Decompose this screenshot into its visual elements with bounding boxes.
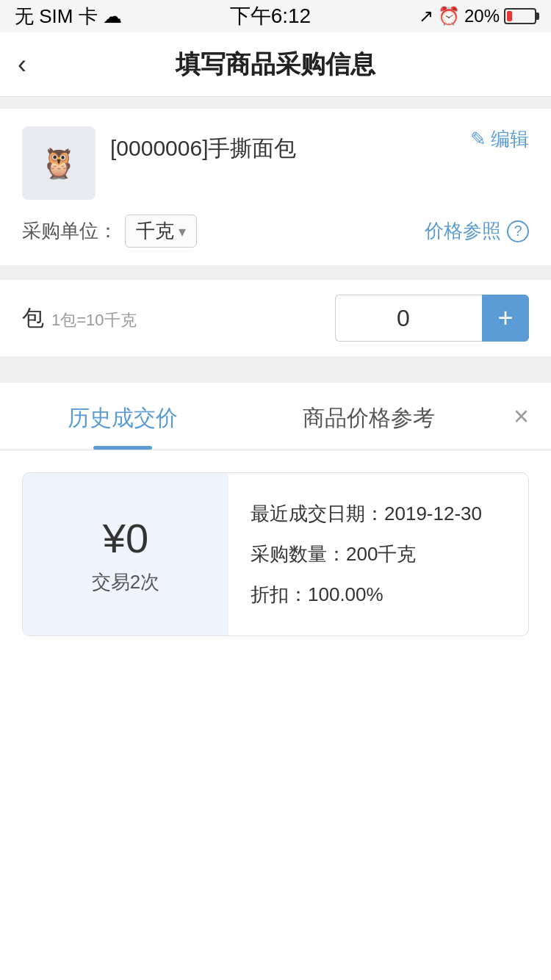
no-sim-label: 无 SIM 卡 ☁ — [15, 4, 122, 29]
status-bar: 无 SIM 卡 ☁ 下午6:12 ↗ ⏰ 20% — [0, 0, 551, 32]
product-thumb-icon: 🦉 — [40, 146, 77, 181]
tab-product-price-ref[interactable]: 商品价格参考 — [245, 383, 491, 450]
edit-label: 编辑 — [491, 126, 529, 152]
battery-percent: 20% — [464, 6, 500, 26]
unit-value: 千克 — [136, 218, 174, 244]
status-time: 下午6:12 — [230, 2, 311, 30]
price-ref-label: 价格参照 — [425, 218, 501, 244]
purchase-qty-label: 采购数量： — [251, 543, 346, 565]
alarm-icon: ⏰ — [438, 6, 460, 26]
quantity-plus-button[interactable]: + — [482, 295, 529, 342]
quantity-unit-main: 包 — [22, 303, 44, 334]
tab-history-price[interactable]: 历史成交价 — [0, 383, 245, 450]
product-left: 🦉 [0000006]手撕面包 — [22, 126, 296, 200]
product-card: 🦉 [0000006]手撕面包 ✎ 编辑 采购单位： 千克 ▾ 价格参照 ? — [0, 109, 551, 265]
price-reference-button[interactable]: 价格参照 ? — [425, 218, 529, 244]
tabs-panel: 历史成交价 商品价格参考 × ¥0 交易2次 最近成交日期：2019-12-30… — [0, 383, 551, 658]
recent-date-row: 最近成交日期：2019-12-30 — [251, 500, 506, 528]
product-unit-row: 采购单位： 千克 ▾ 价格参照 ? — [22, 215, 529, 248]
quantity-row: 包 1包=10千克 + — [0, 280, 551, 356]
edit-button[interactable]: ✎ 编辑 — [470, 126, 529, 152]
bottom-space — [0, 658, 551, 980]
price-card-left: ¥0 交易2次 — [23, 473, 228, 635]
tabs-header: 历史成交价 商品价格参考 × — [0, 383, 551, 450]
battery-fill — [507, 11, 512, 21]
status-left: 无 SIM 卡 ☁ — [15, 4, 122, 29]
price-card-right: 最近成交日期：2019-12-30 采购数量：200千克 折扣：100.00% — [228, 473, 528, 635]
purchase-qty-row: 采购数量：200千克 — [251, 540, 506, 569]
price-times: 交易2次 — [92, 569, 159, 595]
quantity-input[interactable] — [335, 295, 482, 342]
location-icon: ↗ — [419, 6, 433, 26]
recent-date-label: 最近成交日期： — [251, 502, 384, 525]
status-right: ↗ ⏰ 20% — [419, 6, 536, 26]
product-name: [0000006]手撕面包 — [110, 126, 296, 164]
info-icon: ? — [507, 220, 529, 242]
discount-label: 折扣： — [251, 583, 308, 605]
page-title: 填写商品采购信息 — [176, 48, 375, 82]
section-divider-2 — [0, 356, 551, 371]
product-thumbnail: 🦉 — [22, 126, 96, 200]
nav-bar: ‹ 填写商品采购信息 — [0, 32, 551, 97]
quantity-unit-sub: 1包=10千克 — [51, 309, 137, 331]
discount-row: 折扣：100.00% — [251, 580, 506, 609]
quantity-label-wrap: 包 1包=10千克 — [22, 303, 137, 334]
tab-content-history: ¥0 交易2次 最近成交日期：2019-12-30 采购数量：200千克 折扣：… — [0, 450, 551, 658]
back-button[interactable]: ‹ — [18, 49, 26, 80]
tabs-close-button[interactable]: × — [491, 401, 551, 432]
unit-label: 采购单位： — [22, 218, 118, 244]
quantity-input-wrap: + — [151, 295, 529, 342]
product-header: 🦉 [0000006]手撕面包 ✎ 编辑 — [22, 126, 529, 200]
discount-value: 100.00% — [308, 583, 383, 605]
history-price-card: ¥0 交易2次 最近成交日期：2019-12-30 采购数量：200千克 折扣：… — [22, 472, 529, 636]
purchase-qty-value: 200千克 — [346, 543, 416, 565]
edit-icon: ✎ — [470, 128, 486, 151]
unit-select[interactable]: 千克 ▾ — [125, 215, 197, 248]
recent-date-value: 2019-12-30 — [384, 502, 482, 525]
chevron-down-icon: ▾ — [179, 223, 186, 240]
battery-indicator — [504, 8, 536, 24]
section-divider-1 — [0, 265, 551, 280]
price-amount: ¥0 — [103, 514, 148, 562]
